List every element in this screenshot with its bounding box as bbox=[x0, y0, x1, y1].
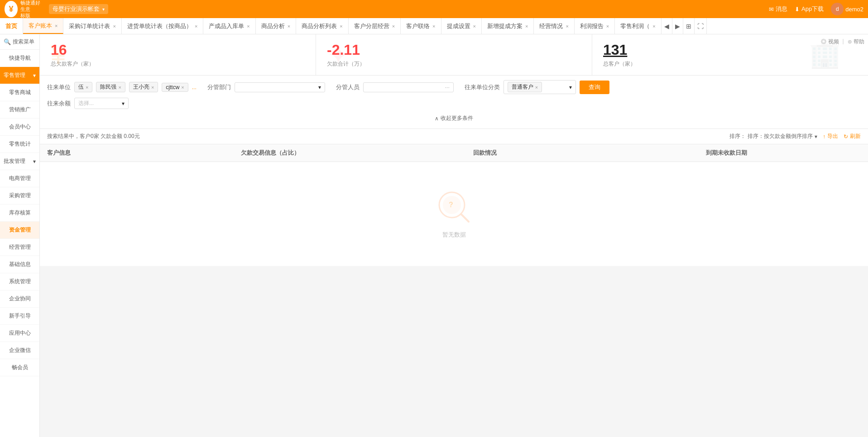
refresh-button[interactable]: ↻ 刷新 bbox=[844, 133, 861, 140]
sidebar-item-ecommerce-mgmt[interactable]: 电商管理 bbox=[0, 170, 39, 187]
tab-purchase-order[interactable]: 采购订单统计表 × bbox=[63, 18, 121, 34]
stats-row: ¥ 16 总欠款客户（家） ✦ -2.11 欠款合计（万） 🏢 131 总客户（… bbox=[40, 34, 868, 76]
table-container: 客户信息 欠款交易信息（占比） 回款情况 到期未收款日期 ? 暂无数据 bbox=[40, 144, 868, 266]
sidebar-item-vip-member[interactable]: 畅会员 bbox=[0, 359, 39, 376]
sort-button[interactable]: 排序： 排序：按欠款金额倒序排序 ▾ bbox=[729, 133, 817, 140]
balance-select[interactable]: 选择... ▾ bbox=[74, 98, 129, 109]
tab-add-promotion[interactable]: 新增提成方案 × bbox=[482, 18, 534, 34]
sidebar-item-quick-nav[interactable]: 快捷导航 bbox=[0, 50, 39, 67]
close-icon[interactable]: × bbox=[340, 24, 342, 29]
app-download-button[interactable]: ⬇ App下载 bbox=[795, 5, 824, 13]
sidebar-item-retail-stats[interactable]: 零售统计 bbox=[0, 136, 39, 153]
sidebar-item-stock-check[interactable]: 库存核算 bbox=[0, 204, 39, 222]
tab-prev-button[interactable]: ◀ bbox=[662, 18, 672, 34]
close-icon[interactable]: × bbox=[432, 24, 435, 29]
unit-type-label: 往来单位分类 bbox=[465, 83, 500, 91]
stat-label-customers: 总欠款客户（家） bbox=[51, 60, 305, 68]
stat-card-customers: ¥ 16 总欠款客户（家） bbox=[40, 34, 316, 75]
close-icon[interactable]: × bbox=[566, 24, 568, 29]
results-summary: 搜索结果中，客户0家 欠款金额 0.00元 bbox=[47, 133, 140, 140]
message-button[interactable]: ✉ 消息 bbox=[769, 5, 787, 13]
tab-product-in[interactable]: 产成品入库单 × bbox=[203, 18, 255, 34]
empty-icon: ? bbox=[436, 189, 472, 225]
results-bar: 搜索结果中，客户0家 欠款金额 0.00元 排序： 排序：按欠款金额倒序排序 ▾… bbox=[40, 129, 868, 144]
remove-tag-cjttcw[interactable]: × bbox=[181, 85, 184, 90]
sidebar-item-app-center[interactable]: 应用中心 bbox=[0, 325, 39, 342]
tab-stock-stats[interactable]: 进货单统计表（按商品） × bbox=[122, 18, 203, 34]
remove-tag-chenminqiang[interactable]: × bbox=[118, 85, 121, 90]
results-bar-right: 排序： 排序：按欠款金额倒序排序 ▾ ↑ 导出 ↻ 刷新 bbox=[729, 133, 861, 140]
close-icon[interactable]: × bbox=[288, 24, 290, 29]
close-icon[interactable]: × bbox=[606, 24, 609, 29]
tab-customer-tier[interactable]: 客户分层经营 × bbox=[349, 18, 401, 34]
sidebar-item-member-center[interactable]: 会员中心 bbox=[0, 119, 39, 136]
export-button[interactable]: ↑ 导出 bbox=[823, 133, 838, 140]
sidebar-item-retail-mall[interactable]: 零售商城 bbox=[0, 84, 39, 101]
sidebar-item-retail-mgmt[interactable]: 零售管理 ▾ bbox=[0, 67, 39, 84]
tab-customer-contact[interactable]: 客户联络 × bbox=[401, 18, 441, 34]
filter-tag-wu: 伍 × bbox=[74, 82, 92, 92]
unit-label: 往来单位 bbox=[47, 83, 71, 91]
sidebar-item-business-mgmt[interactable]: 经营管理 bbox=[0, 239, 39, 256]
top-header: ¥ 畅捷通好生意 标版 母婴行业演示帐套 ▾ ✉ 消息 ⬇ App下载 d de… bbox=[0, 0, 868, 18]
refresh-icon: ↻ bbox=[844, 133, 848, 140]
sidebar-item-enterprise-coop[interactable]: 企业协同 bbox=[0, 290, 39, 308]
tab-customer-book[interactable]: 客户账本 × bbox=[23, 18, 63, 34]
sidebar-item-basic-info[interactable]: 基础信息 bbox=[0, 256, 39, 273]
close-icon[interactable]: × bbox=[247, 24, 249, 29]
logo-icon: ¥ bbox=[5, 1, 18, 17]
filter-tag-cjttcw: cjttcw × bbox=[162, 83, 188, 92]
close-icon[interactable]: × bbox=[652, 24, 655, 29]
stat-card-total: 🏢 131 总客户（家） ◎ 视频 | ⊙ 帮助 bbox=[592, 34, 868, 75]
search-icon: 🔍 bbox=[4, 38, 11, 45]
stat-label-debt: 欠款合计（万） bbox=[327, 60, 581, 68]
remove-unit-type-tag[interactable]: × bbox=[535, 85, 538, 90]
query-button[interactable]: 查询 bbox=[580, 81, 609, 94]
tab-business-status[interactable]: 经营情况 × bbox=[534, 18, 574, 34]
tab-expand-button[interactable]: ⊞ bbox=[683, 18, 695, 34]
sidebar-item-purchase-mgmt[interactable]: 采购管理 bbox=[0, 187, 39, 204]
tab-retail-profit[interactable]: 零售利润（ × bbox=[615, 18, 661, 34]
sidebar-item-new-guide[interactable]: 新手引导 bbox=[0, 308, 39, 325]
avatar: d bbox=[831, 3, 844, 15]
balance-label: 往来余额 bbox=[47, 100, 71, 108]
tab-product-analysis-list[interactable]: 商品分析列表 × bbox=[296, 18, 348, 34]
close-icon[interactable]: × bbox=[392, 24, 395, 29]
sidebar-item-enterprise-wechat[interactable]: 企业微信 bbox=[0, 342, 39, 359]
close-icon[interactable]: × bbox=[195, 24, 197, 29]
sidebar-item-system-mgmt[interactable]: 系统管理 bbox=[0, 273, 39, 290]
remove-tag-wangxiaoliang[interactable]: × bbox=[151, 85, 154, 90]
sidebar-item-batch-mgmt[interactable]: 批发管理 ▾ bbox=[0, 153, 39, 170]
chevron-down-icon: ▾ bbox=[122, 100, 125, 107]
sidebar: 🔍 搜索菜单 快捷导航 零售管理 ▾ 零售商城 营销推广 会员中心 零售统计 批… bbox=[0, 34, 40, 437]
export-icon: ↑ bbox=[823, 133, 825, 140]
store-selector[interactable]: 母婴行业演示帐套 ▾ bbox=[49, 4, 108, 14]
chevron-down-icon: ▾ bbox=[569, 84, 572, 90]
sidebar-search[interactable]: 🔍 搜索菜单 bbox=[0, 34, 39, 50]
remove-tag-wu[interactable]: × bbox=[86, 85, 88, 90]
user-menu[interactable]: d demo2 bbox=[831, 3, 863, 15]
tab-promotion-settings[interactable]: 提成设置 × bbox=[441, 18, 482, 34]
sidebar-item-finance-mgmt[interactable]: 资金管理 bbox=[0, 222, 39, 239]
tab-product-analysis[interactable]: 商品分析 × bbox=[256, 18, 296, 34]
collapse-icon: ∧ bbox=[435, 115, 439, 122]
collapse-button[interactable]: ∧ 收起更多条件 bbox=[47, 113, 861, 124]
video-link[interactable]: ◎ 视频 bbox=[821, 38, 839, 46]
tab-profit-report[interactable]: 利润报告 × bbox=[575, 18, 615, 34]
tab-home[interactable]: 首页 bbox=[0, 18, 23, 34]
close-icon[interactable]: × bbox=[525, 24, 528, 29]
person-select[interactable]: ··· bbox=[363, 82, 454, 92]
help-link[interactable]: ⊙ 帮助 bbox=[848, 38, 864, 46]
close-icon[interactable]: × bbox=[55, 23, 58, 28]
svg-line-2 bbox=[461, 214, 469, 222]
filter-tag-chenminqiang: 陈民强 × bbox=[96, 82, 125, 92]
tab-fullscreen-button[interactable]: ⛶ bbox=[695, 18, 707, 34]
sidebar-item-marketing[interactable]: 营销推广 bbox=[0, 101, 39, 119]
close-icon[interactable]: × bbox=[473, 24, 476, 29]
close-icon[interactable]: × bbox=[113, 24, 115, 29]
tab-next-button[interactable]: ▶ bbox=[672, 18, 683, 34]
unit-type-select[interactable]: 普通客户 × ▾ bbox=[504, 80, 576, 94]
dept-select[interactable]: ▾ bbox=[235, 82, 325, 92]
filter-more-tags[interactable]: ... bbox=[192, 84, 197, 90]
filter-tag-wangxiaoliang: 王小亮 × bbox=[129, 82, 158, 92]
